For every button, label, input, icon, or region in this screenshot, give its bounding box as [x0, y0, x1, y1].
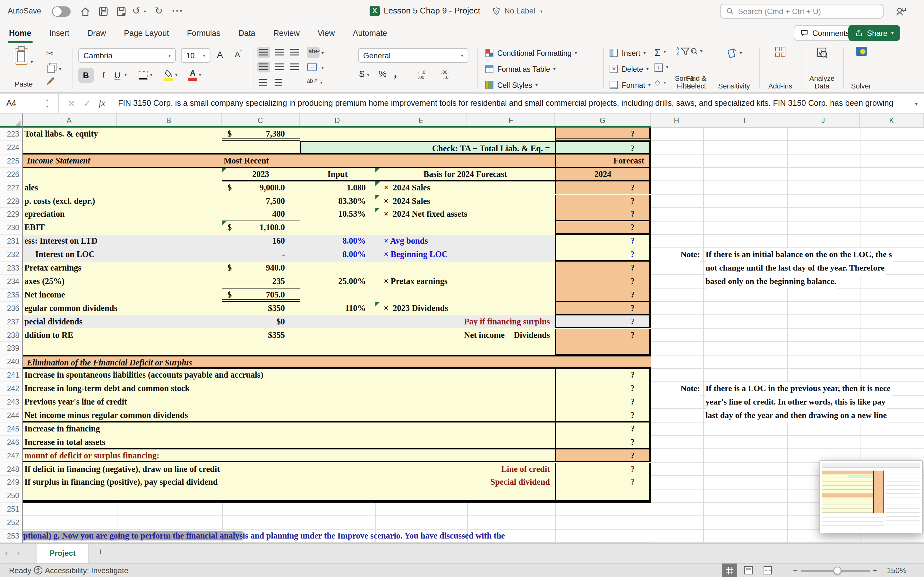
- increase-font-icon[interactable]: Aˆ: [217, 49, 224, 60]
- cell-A-F-241[interactable]: Increase in spontaneous liabilities (acc…: [23, 369, 555, 382]
- cell-E-F-249[interactable]: Special dividend: [375, 476, 555, 490]
- cell-C-236[interactable]: $350: [222, 301, 300, 315]
- add-sheet-icon[interactable]: +: [97, 546, 103, 557]
- document-title[interactable]: Lesson 5 Chap 9 - Project: [384, 6, 480, 15]
- undo-chevron-icon[interactable]: ▾: [144, 9, 146, 14]
- zoom-slider-handle[interactable]: [834, 566, 841, 574]
- page-break-view-button[interactable]: [764, 566, 772, 574]
- cell-D-228[interactable]: 83.30%: [300, 195, 375, 208]
- zoom-out-icon[interactable]: −: [793, 566, 798, 575]
- cell-A-F-250[interactable]: [23, 490, 555, 503]
- next-sheet-icon[interactable]: ›: [17, 548, 19, 558]
- more-commands-icon[interactable]: ···: [172, 5, 184, 16]
- cell-E-F-232[interactable]: × Beginning LOC: [375, 248, 555, 261]
- copy-icon[interactable]: [47, 65, 55, 73]
- analyze-data-button[interactable]: Analyze Data: [805, 47, 838, 90]
- page-layout-view-button[interactable]: [744, 566, 753, 574]
- save-as-icon[interactable]: [115, 6, 127, 17]
- comma-format-icon[interactable]: ,: [394, 67, 397, 80]
- cell-C-223[interactable]: $7,380: [222, 127, 300, 141]
- cell-C-233[interactable]: $940.0: [222, 261, 300, 275]
- cell-D-F-224[interactable]: Check: TA − Total Liab. & Eq. =: [300, 141, 555, 155]
- autosave-toggle[interactable]: [52, 6, 71, 17]
- preview-thumbnail[interactable]: [819, 460, 923, 533]
- align-middle-icon[interactable]: [275, 49, 284, 56]
- cell-G-237[interactable]: ?: [555, 315, 651, 329]
- align-bottom-icon[interactable]: [290, 49, 299, 56]
- tab-home[interactable]: Home: [8, 23, 32, 44]
- prev-sheet-icon[interactable]: ‹: [5, 548, 8, 558]
- column-header-G[interactable]: G: [555, 113, 651, 127]
- font-size-select[interactable]: 10▾: [181, 48, 210, 63]
- cell-A-B-225[interactable]: Income Statement: [23, 155, 222, 168]
- tab-automate[interactable]: Automate: [352, 23, 389, 44]
- orientation-chevron-icon[interactable]: ▾: [320, 80, 322, 85]
- cell-G-238[interactable]: ?: [555, 329, 651, 342]
- cell-G-246[interactable]: ?: [555, 436, 651, 449]
- format-cells-button[interactable]: Format ▾: [610, 80, 651, 90]
- column-header-F[interactable]: F: [467, 113, 555, 127]
- sheet-tab-project[interactable]: Project: [37, 544, 89, 564]
- cell-E-F-229[interactable]: × 2024 Net fixed assets: [375, 208, 555, 221]
- cell-C-231[interactable]: 160: [222, 235, 300, 248]
- cell-C-228[interactable]: 7,500: [222, 195, 300, 208]
- cell-E-F-227[interactable]: × 2024 Sales: [375, 181, 555, 195]
- cell-C-230[interactable]: $1,100.0: [222, 221, 300, 235]
- tab-review[interactable]: Review: [272, 23, 301, 44]
- cell-G-233[interactable]: ?: [555, 261, 651, 275]
- cell-D-237[interactable]: [300, 315, 375, 329]
- cell-D-226[interactable]: Input: [300, 168, 375, 181]
- sensitivity-label-badge[interactable]: No Label: [504, 6, 535, 15]
- column-header-A[interactable]: A: [23, 113, 116, 127]
- decrease-indent-icon[interactable]: [259, 79, 267, 86]
- zoom-level[interactable]: 150%: [887, 566, 906, 575]
- label-chevron-icon[interactable]: ▾: [540, 9, 543, 14]
- fill-color-icon[interactable]: [164, 69, 173, 77]
- format-painter-icon[interactable]: [45, 76, 55, 86]
- paste-button[interactable]: ▾ Paste: [6, 46, 41, 90]
- orientation-icon[interactable]: ab↗: [307, 77, 318, 84]
- underline-chevron-icon[interactable]: ▾: [124, 73, 127, 77]
- formula-content[interactable]: FIN 3150 Corp. is a small company specia…: [118, 99, 907, 108]
- cell-G-243[interactable]: ?: [555, 396, 651, 409]
- cell-A-F-247[interactable]: mount of deficit or surplus financing:: [23, 449, 555, 463]
- column-header-B[interactable]: B: [116, 113, 222, 127]
- cell-G-231[interactable]: ?: [555, 235, 651, 248]
- format-as-table-button[interactable]: Format as Table ▾: [485, 64, 556, 74]
- wrap-chevron-icon[interactable]: ▾: [321, 51, 324, 56]
- cell-A-B-232[interactable]: Interest on LOC: [23, 248, 222, 261]
- cell-A-B-238[interactable]: ddition to RE: [23, 329, 222, 342]
- merge-center-icon[interactable]: ↔: [307, 63, 317, 71]
- bold-button[interactable]: B: [78, 68, 94, 83]
- cell-E-F-237[interactable]: Pay if financing surplus: [375, 315, 555, 329]
- cell-G-241[interactable]: ?: [555, 369, 651, 382]
- search-input[interactable]: Search (Cmd + Ctrl + U): [720, 4, 884, 19]
- font-color-icon[interactable]: A: [190, 69, 195, 77]
- cell-A-B-230[interactable]: EBIT: [23, 221, 222, 235]
- save-icon[interactable]: [97, 6, 109, 17]
- cell-C-237[interactable]: $0: [222, 315, 300, 329]
- cell-G-242[interactable]: ?: [555, 382, 651, 396]
- column-header-H[interactable]: H: [651, 113, 703, 127]
- cell-G-244[interactable]: ?: [555, 409, 651, 422]
- underline-button[interactable]: U: [111, 68, 123, 83]
- cell-G-235[interactable]: ?: [555, 288, 651, 302]
- cell-A-B-233[interactable]: Pretax earnings: [23, 261, 222, 275]
- cell-G-224[interactable]: ?: [555, 141, 651, 155]
- cell-G-226[interactable]: 2024: [555, 168, 651, 181]
- cell-G-249[interactable]: ?: [555, 476, 651, 490]
- cell-D-236[interactable]: 110%: [300, 301, 375, 315]
- cell-A-C-224[interactable]: [23, 141, 300, 155]
- cell-G-239[interactable]: [555, 342, 651, 356]
- cell-G-236[interactable]: ?: [555, 301, 651, 315]
- cell-C-226[interactable]: 2023: [222, 168, 300, 181]
- cut-icon[interactable]: ✂: [46, 49, 53, 58]
- find-select-button[interactable]: ▾ Find & Select: [683, 47, 709, 90]
- fill-chevron-icon[interactable]: ▾: [175, 73, 178, 77]
- fill-down-button[interactable]: ▾: [654, 62, 668, 73]
- column-header-I[interactable]: I: [703, 113, 787, 127]
- currency-format-icon[interactable]: $: [359, 69, 365, 79]
- tab-insert[interactable]: Insert: [48, 23, 71, 44]
- tab-data[interactable]: Data: [237, 23, 257, 44]
- cell-A-B-227[interactable]: ales: [23, 181, 222, 195]
